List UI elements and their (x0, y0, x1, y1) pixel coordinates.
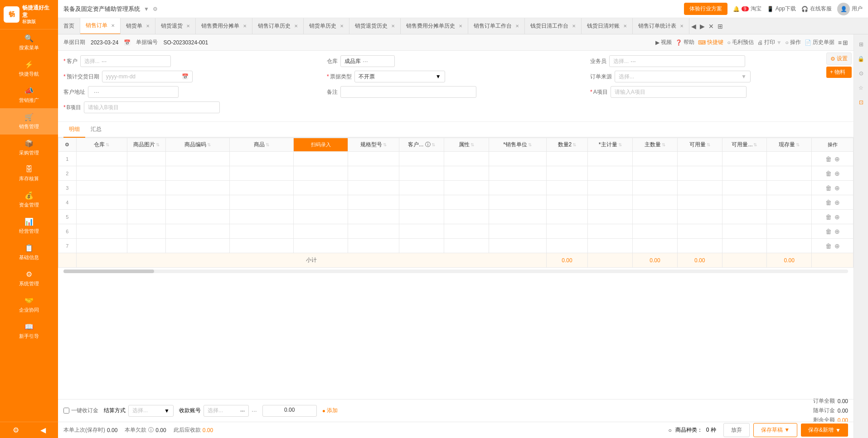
copy-icon-4[interactable]: ⊕ (834, 199, 840, 206)
order-source-input[interactable]: 选择... ▼ (615, 71, 751, 82)
row-7-code[interactable] (166, 239, 230, 253)
tab-daily-workbench[interactable]: 钱货日清工作台 ✕ (525, 18, 582, 34)
tab-stats[interactable]: 销售订单统计表 ✕ (633, 18, 689, 34)
tab-detail[interactable]: 明细 (63, 122, 85, 138)
row-1-unit[interactable] (489, 152, 546, 166)
row-5-product[interactable] (230, 210, 294, 224)
row-3-avail2[interactable] (722, 181, 767, 195)
copy-icon-2[interactable]: ⊕ (834, 170, 840, 177)
row-4-unit[interactable] (489, 195, 546, 210)
row-2-code[interactable] (166, 166, 230, 181)
row-5-code[interactable] (166, 210, 230, 224)
th-avail[interactable]: 可用量 (677, 138, 722, 152)
ops-btn[interactable]: ○ 操作 (786, 39, 801, 46)
tab-close-icon6[interactable]: ✕ (340, 24, 344, 29)
save-new-button[interactable]: 保存&新增 ▼ (801, 424, 848, 437)
row-5-unit[interactable] (489, 210, 546, 224)
row-5-qty2[interactable] (546, 210, 588, 224)
row-2-scan[interactable] (294, 166, 348, 181)
invoice-select[interactable]: 不开票 ▼ (354, 71, 445, 82)
row-1-attr[interactable] (444, 152, 489, 166)
row-7-attr[interactable] (444, 239, 489, 253)
bank-dots2-icon[interactable]: ··· (252, 407, 257, 414)
row-1-cust[interactable] (399, 152, 444, 166)
th-spec[interactable]: 规格型号 (348, 138, 399, 152)
row-1-img[interactable] (127, 152, 166, 166)
row-1-avail2[interactable] (722, 152, 767, 166)
row-2-product[interactable] (230, 166, 294, 181)
row-2-attr[interactable] (444, 166, 489, 181)
row-2-img[interactable] (127, 166, 166, 181)
address-dots-icon[interactable]: ··· (94, 88, 99, 96)
tab-sales-order[interactable]: 销售订单 ✕ (80, 18, 121, 34)
settings-icon[interactable]: ⚙ (153, 6, 158, 12)
row-6-qty2[interactable] (546, 224, 588, 239)
row-4-img[interactable] (127, 195, 166, 210)
delete-icon-3[interactable]: 🗑 (825, 184, 832, 192)
row-2-main-unit[interactable] (588, 166, 633, 181)
row-3-avail[interactable] (677, 181, 722, 195)
tab-close-icon12[interactable]: ✕ (680, 24, 684, 29)
copy-icon-3[interactable]: ⊕ (834, 184, 840, 192)
b-project-input[interactable]: 请输入B项目 (84, 101, 220, 113)
one-click-checkbox[interactable] (63, 408, 69, 414)
row-2-avail2[interactable] (722, 166, 767, 181)
horizontal-scrollbar[interactable] (63, 270, 848, 273)
row-4-main-unit[interactable] (588, 195, 633, 210)
row-6-attr[interactable] (444, 224, 489, 239)
tab-close-icon3[interactable]: ✕ (186, 24, 190, 29)
row-1-main-qty[interactable] (633, 152, 678, 166)
row-5-avail[interactable] (677, 210, 722, 224)
row-7-avail[interactable] (677, 239, 722, 253)
address-input[interactable]: ··· (88, 86, 179, 98)
salesperson-input[interactable]: 选择... ··· (609, 55, 745, 67)
row-2-stock[interactable] (767, 166, 812, 181)
tab-workbench[interactable]: 销售订单工作台 ✕ (468, 18, 525, 34)
dropdown-icon[interactable]: ▼ (144, 6, 149, 12)
profit-btn[interactable]: ○ 毛利预估 (727, 39, 753, 46)
rp-icon-1[interactable]: ⊞ (855, 38, 868, 51)
delivery-calendar-icon[interactable]: 📅 (182, 73, 189, 80)
help-btn[interactable]: ❓ 帮助 (675, 39, 694, 46)
row-7-warehouse[interactable] (76, 239, 127, 253)
row-6-scan[interactable] (294, 224, 348, 239)
th-qty2[interactable]: 数量2 (546, 138, 588, 152)
row-3-main-qty[interactable] (633, 181, 678, 195)
tab-prev-icon[interactable]: ◀ (689, 23, 698, 30)
row-2-main-qty[interactable] (633, 166, 678, 181)
sidebar-item-system[interactable]: ⚙ 系统管理 (0, 265, 58, 292)
row-4-code[interactable] (166, 195, 230, 210)
row-5-stock[interactable] (767, 210, 812, 224)
row-3-warehouse[interactable] (76, 181, 127, 195)
tab-invoice-history[interactable]: 销货单历史 ✕ (304, 18, 349, 34)
sidebar-item-guide[interactable]: 📖 新手引导 (0, 318, 58, 344)
rp-icon-4[interactable]: ☆ (855, 82, 868, 94)
sidebar-item-business[interactable]: 📊 经营管理 (0, 213, 58, 239)
row-6-main-unit[interactable] (588, 224, 633, 239)
tab-close-icon9[interactable]: ✕ (515, 24, 519, 29)
row-5-spec[interactable] (348, 210, 399, 224)
th-cust[interactable]: 客户... ⓘ (399, 138, 444, 152)
sidebar-item-finance[interactable]: 💰 资金管理 (0, 187, 58, 213)
th-main-qty[interactable]: 主数量 (633, 138, 678, 152)
row-4-warehouse[interactable] (76, 195, 127, 210)
sidebar-item-marketing[interactable]: 📣 营销推广 (0, 82, 58, 108)
row-6-avail[interactable] (677, 224, 722, 239)
row-4-main-qty[interactable] (633, 195, 678, 210)
tab-close-icon2[interactable]: ✕ (146, 24, 150, 29)
delete-icon-6[interactable]: 🗑 (825, 228, 832, 235)
row-3-spec[interactable] (348, 181, 399, 195)
add-material-btn[interactable]: + 物料 (826, 67, 852, 78)
row-7-qty2[interactable] (546, 239, 588, 253)
tab-return-history[interactable]: 销货退货历史 ✕ (349, 18, 401, 34)
row-1-avail[interactable] (677, 152, 722, 166)
row-7-avail2[interactable] (722, 239, 767, 253)
row-5-main-unit[interactable] (588, 210, 633, 224)
discard-button[interactable]: 放弃 (723, 423, 750, 437)
row-7-cust[interactable] (399, 239, 444, 253)
row-6-cust[interactable] (399, 224, 444, 239)
online-service-btn[interactable]: 🎧 在线客服 (801, 5, 832, 13)
th-unit[interactable]: *销售单位 (489, 138, 546, 152)
row-1-code[interactable] (166, 152, 230, 166)
th-main-unit[interactable]: *主计量 (588, 138, 633, 152)
